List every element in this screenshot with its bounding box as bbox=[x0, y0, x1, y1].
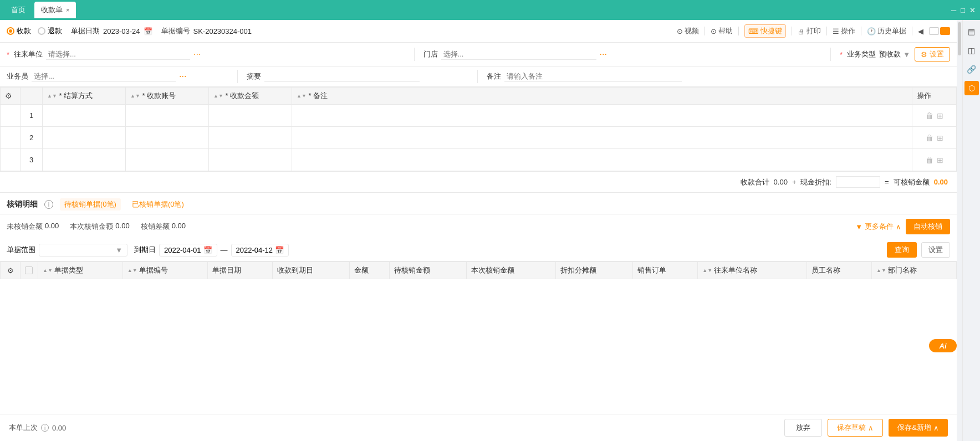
sort-icon-note: ▲▼ bbox=[297, 94, 307, 99]
date-to-field[interactable]: 2022-04-12 📅 bbox=[231, 244, 289, 257]
delete-icon-1[interactable]: 🗑 bbox=[926, 111, 933, 120]
btn-print[interactable]: 🖨 打印 bbox=[798, 26, 821, 36]
scroll-thumb[interactable] bbox=[958, 22, 961, 55]
this-verify-label: 本次核销金额 bbox=[70, 222, 113, 232]
td-amount-3[interactable] bbox=[209, 149, 292, 171]
btn-help[interactable]: ⊙ 帮助 bbox=[711, 26, 733, 36]
discount-input[interactable] bbox=[836, 176, 880, 188]
delete-icon-2[interactable]: 🗑 bbox=[926, 134, 933, 142]
form-row-1: * 往来单位 ··· 门店 ··· * 业务类型 预收款 ▼ ⚙ 设置 bbox=[0, 43, 957, 66]
date-from-field[interactable]: 2022-04-01 📅 bbox=[159, 244, 217, 257]
sidebar-icon-4[interactable]: ⬡ bbox=[964, 81, 979, 95]
remark-label: 备注 bbox=[487, 71, 501, 81]
filter-settings-btn[interactable]: 设置 bbox=[921, 242, 950, 258]
sth-partner-label: 往来单位名称 bbox=[714, 266, 757, 274]
discard-btn[interactable]: 放弃 bbox=[784, 419, 822, 437]
tab-bar: 首页 收款单 × ─ □ ✕ bbox=[0, 0, 980, 20]
sidebar-icon-1[interactable]: ▤ bbox=[964, 24, 979, 39]
table-row: 3 🗑 ⊞ bbox=[1, 149, 957, 171]
range-separator: — bbox=[221, 246, 228, 254]
btn-shortcut[interactable]: ⌨ 快捷键 bbox=[744, 24, 786, 38]
tab-pending[interactable]: 待核销单据(0笔) bbox=[60, 198, 121, 211]
type-value: 预收款 bbox=[879, 49, 901, 59]
btn-history[interactable]: 🕐 历史单据 bbox=[867, 26, 906, 36]
date-from-calendar-icon[interactable]: 📅 bbox=[203, 246, 212, 254]
type-select[interactable]: 预收款 ▼ bbox=[879, 49, 910, 59]
verify-info-icon[interactable]: i bbox=[44, 200, 53, 209]
tab-close-icon[interactable]: × bbox=[66, 7, 69, 13]
delete-icon-3[interactable]: 🗑 bbox=[926, 156, 933, 165]
tab-home-label: 首页 bbox=[11, 5, 25, 15]
sth-partner: ▲▼ 往来单位名称 bbox=[698, 262, 807, 279]
td-note-3[interactable] bbox=[292, 149, 912, 171]
verify-label: 可核销金额 bbox=[894, 177, 930, 187]
remark-input[interactable] bbox=[504, 71, 682, 82]
copy-icon-2[interactable]: ⊞ bbox=[937, 134, 943, 142]
th-amount: ▲▼ * 收款金额 bbox=[209, 88, 292, 105]
ai-badge[interactable]: Ai bbox=[929, 339, 957, 352]
form-settings-btn[interactable]: ⚙ 设置 bbox=[915, 47, 950, 61]
auto-verify-btn[interactable]: 自动核销 bbox=[906, 219, 950, 234]
btn-nav-prev[interactable]: ◀ bbox=[918, 27, 923, 35]
date-range-label: 到期日 bbox=[134, 245, 156, 255]
sth-sales-order-label: 销售订单 bbox=[637, 266, 666, 274]
table-gear-icon[interactable]: ⚙ bbox=[5, 91, 12, 100]
sth-check[interactable] bbox=[21, 262, 38, 279]
view-list-icon[interactable] bbox=[929, 27, 939, 35]
sth-settings[interactable]: ⚙ bbox=[1, 262, 21, 279]
store-input[interactable] bbox=[441, 49, 596, 60]
window-max-btn[interactable]: □ bbox=[961, 6, 965, 14]
view-grid-icon[interactable] bbox=[940, 27, 950, 35]
sth-no-label: 单据编号 bbox=[139, 266, 168, 274]
td-idx-3: 3 bbox=[21, 149, 43, 171]
td-note-1[interactable] bbox=[292, 105, 912, 127]
td-amount-2[interactable] bbox=[209, 127, 292, 149]
sub-gear-icon[interactable]: ⚙ bbox=[7, 266, 14, 275]
store-more-icon[interactable]: ··· bbox=[600, 50, 607, 59]
sth-type-label: 单据类型 bbox=[54, 266, 83, 274]
sort-icon-settle: ▲▼ bbox=[47, 94, 57, 99]
counterparty-input[interactable] bbox=[46, 49, 190, 60]
tab-home[interactable]: 首页 bbox=[4, 2, 32, 18]
staff-input[interactable] bbox=[32, 71, 176, 82]
date-to-calendar-icon[interactable]: 📅 bbox=[275, 246, 284, 254]
td-note-2[interactable] bbox=[292, 127, 912, 149]
copy-icon-3[interactable]: ⊞ bbox=[937, 156, 943, 165]
th-idx bbox=[21, 88, 43, 105]
equals-sign: = bbox=[885, 178, 889, 186]
query-btn[interactable]: 查询 bbox=[887, 242, 917, 258]
save-draft-btn[interactable]: 保存草稿 ∧ bbox=[828, 419, 883, 437]
filter-more-btn[interactable]: ▼ 更多条件 ∧ bbox=[855, 222, 901, 232]
scope-select[interactable]: ▼ bbox=[39, 244, 127, 257]
sidebar-icon-2[interactable]: ◫ bbox=[964, 43, 979, 58]
radio-receipt[interactable]: 收款 bbox=[7, 26, 31, 36]
td-account-1[interactable] bbox=[126, 105, 209, 127]
td-account-3[interactable] bbox=[126, 149, 209, 171]
date-range-field: 到期日 2022-04-01 📅 — 2022-04-12 📅 bbox=[134, 244, 289, 257]
stat-unverified: 未核销金额 0.00 bbox=[7, 222, 59, 232]
radio-receipt-label: 收款 bbox=[17, 26, 31, 36]
window-min-btn[interactable]: ─ bbox=[951, 6, 956, 14]
td-account-2[interactable] bbox=[126, 127, 209, 149]
td-settle-3[interactable] bbox=[43, 149, 126, 171]
window-close-btn[interactable]: ✕ bbox=[969, 6, 976, 14]
scrollbar[interactable] bbox=[957, 20, 962, 441]
radio-refund[interactable]: 退款 bbox=[38, 26, 62, 36]
counterparty-more-icon[interactable]: ··· bbox=[193, 50, 201, 59]
copy-icon-1[interactable]: ⊞ bbox=[937, 111, 943, 120]
save-new-btn[interactable]: 保存&新增 ∧ bbox=[889, 419, 948, 437]
btn-operate[interactable]: ☰ 操作 bbox=[833, 26, 855, 36]
date-calendar-icon[interactable]: 📅 bbox=[144, 27, 152, 35]
summary-input[interactable] bbox=[264, 71, 420, 82]
select-all-checkbox[interactable] bbox=[25, 266, 33, 274]
sidebar-icon-3[interactable]: 🔗 bbox=[964, 62, 979, 76]
staff-more-icon[interactable]: ··· bbox=[179, 72, 186, 81]
td-settle-2[interactable] bbox=[43, 127, 126, 149]
th-settings[interactable]: ⚙ bbox=[1, 88, 21, 105]
td-settle-1[interactable] bbox=[43, 105, 126, 127]
td-amount-1[interactable] bbox=[209, 105, 292, 127]
type-label: 业务类型 bbox=[847, 49, 876, 59]
btn-video[interactable]: ⊙ 视频 bbox=[677, 26, 699, 36]
tab-done[interactable]: 已核销单据(0笔) bbox=[127, 198, 188, 211]
tab-receipt[interactable]: 收款单 × bbox=[34, 2, 76, 18]
